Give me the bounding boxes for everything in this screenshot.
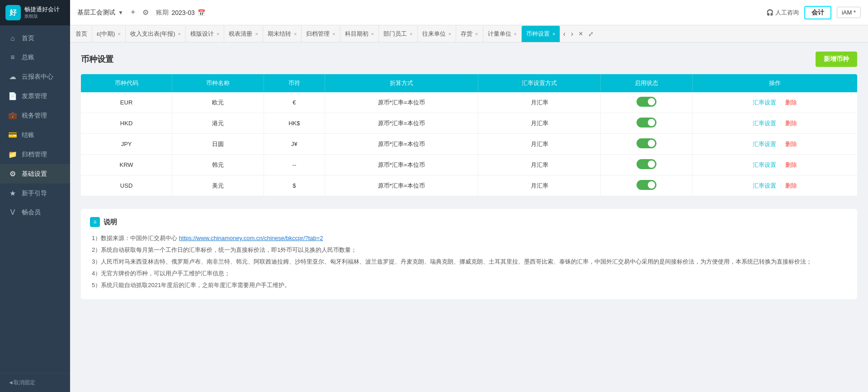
- company-dropdown-icon: ▼: [118, 9, 123, 16]
- add-button[interactable]: +: [129, 8, 137, 17]
- cell-code: EUR: [81, 92, 172, 113]
- tab-inventory-close[interactable]: ×: [475, 31, 478, 37]
- sidebar-item-invoice[interactable]: 📄 发票管理: [0, 86, 70, 106]
- cell-calc: 原币*汇率=本位币: [325, 155, 478, 175]
- delete-link[interactable]: 删除: [785, 120, 797, 127]
- delete-link[interactable]: 删除: [785, 161, 797, 168]
- col-rate-method: 汇率设置方式: [478, 74, 601, 92]
- cell-code: USD: [81, 175, 172, 196]
- tab-currency-label: 币种设置: [526, 30, 550, 38]
- tab-currency[interactable]: 币种设置 ×: [522, 26, 560, 42]
- rate-settings-link[interactable]: 汇率设置: [753, 182, 776, 189]
- toggle-enabled[interactable]: [637, 118, 656, 128]
- notes-title-text: 说明: [104, 218, 117, 227]
- cell-status: [601, 113, 693, 134]
- tab-archive[interactable]: 归档管理 ×: [302, 26, 340, 42]
- tab-unit-close[interactable]: ×: [514, 31, 517, 37]
- sidebar-item-home[interactable]: ⌂ 首页: [0, 29, 70, 48]
- sidebar-item-member[interactable]: V 畅会员: [0, 203, 70, 222]
- tab-client-close[interactable]: ×: [448, 31, 451, 37]
- pin-toggle-label: ◄取消固定: [8, 379, 35, 387]
- toggle-enabled[interactable]: [637, 159, 656, 169]
- tab-annual[interactable]: 收入支出表(年报) ×: [126, 26, 186, 42]
- table-row: USD 美元 $ 原币*汇率=本位币 月汇率 汇率设置 删除: [81, 175, 857, 196]
- tab-home[interactable]: 首页: [72, 26, 92, 42]
- tab-expand[interactable]: ⤢: [585, 26, 596, 42]
- sidebar-item-tax[interactable]: 💼 税务管理: [0, 106, 70, 125]
- tab-template[interactable]: 模版设计 ×: [186, 26, 224, 42]
- account-button[interactable]: 会计: [804, 6, 831, 19]
- tab-inventory[interactable]: 存货 ×: [456, 26, 483, 42]
- new-currency-button[interactable]: 新增币种: [816, 52, 857, 67]
- notes-link[interactable]: https://www.chinamoney.com.cn/chinese/bk…: [179, 235, 323, 241]
- rate-settings-link[interactable]: 汇率设置: [753, 99, 776, 106]
- tab-archive-close[interactable]: ×: [332, 31, 335, 37]
- notes-item: 3）人民币对马来西亚林吉特、俄罗斯卢布、南非兰特、韩元、阿联酋迪拉姆、沙特里亚尔…: [90, 256, 848, 268]
- cell-calc: 原币*汇率=本位币: [325, 92, 478, 113]
- sidebar-item-member-label: 畅会员: [22, 208, 41, 217]
- rate-settings-link[interactable]: 汇率设置: [753, 120, 776, 127]
- rate-settings-link[interactable]: 汇率设置: [753, 161, 776, 168]
- sidebar-nav: ⌂ 首页 ≡ 总账 ☁ 云报表中心 📄 发票管理 💼 税务管理 💳 结账 📁 归…: [0, 25, 70, 373]
- tab-currency-close[interactable]: ×: [552, 31, 555, 37]
- cell-name: 港元: [172, 113, 264, 134]
- sidebar-item-checkout-label: 结账: [22, 131, 34, 139]
- col-symbol: 币符: [264, 74, 325, 92]
- cell-status: [601, 134, 693, 155]
- tab-close-all[interactable]: ×: [576, 26, 585, 42]
- cell-rate-method: 月汇率: [478, 155, 601, 175]
- sidebar-item-cloud-label: 云报表中心: [22, 73, 53, 81]
- sidebar-item-archive[interactable]: 📁 归档管理: [0, 145, 70, 164]
- toggle-enabled[interactable]: [637, 180, 656, 190]
- tab-nav-next[interactable]: ›: [568, 26, 576, 42]
- sidebar-item-basic[interactable]: ⚙ 基础设置: [0, 164, 70, 184]
- logo-icon: 好: [5, 5, 21, 20]
- sidebar-item-checkout[interactable]: 💳 结账: [0, 125, 70, 145]
- tab-annual-close[interactable]: ×: [178, 31, 181, 37]
- logo-area: 好 畅捷通好会计 旗舰版: [0, 0, 70, 25]
- delete-link[interactable]: 删除: [785, 99, 797, 106]
- table-row: KRW 韩元 -- 原币*汇率=本位币 月汇率 汇率设置 删除: [81, 155, 857, 175]
- service-button[interactable]: 🎧 人工咨询: [766, 9, 799, 17]
- main-area: 基层工会测试 ▼ + ⚙ 账期 2023-03 📅 🎧 人工咨询 会计 iAM …: [70, 0, 868, 392]
- cell-code: KRW: [81, 155, 172, 175]
- notes-list: 1）数据来源：中国外汇交易中心 https://www.chinamoney.c…: [90, 232, 848, 291]
- rate-settings-link[interactable]: 汇率设置: [753, 141, 776, 147]
- cell-action: 汇率设置 删除: [693, 134, 857, 155]
- tab-period-end-close[interactable]: ×: [294, 31, 297, 37]
- sidebar-item-guide-label: 新手引导: [22, 189, 47, 198]
- tab-period-end[interactable]: 期末结转 ×: [263, 26, 302, 42]
- settings-icon[interactable]: ⚙: [142, 8, 149, 17]
- delete-link[interactable]: 删除: [785, 141, 797, 147]
- sidebar-item-guide[interactable]: ★ 新手引导: [0, 184, 70, 203]
- company-selector[interactable]: 基层工会测试 ▼: [77, 9, 123, 17]
- cell-symbol: J¥: [264, 134, 325, 155]
- tab-nav-prev[interactable]: ‹: [560, 26, 568, 42]
- tab-tax-table-close[interactable]: ×: [255, 31, 258, 37]
- sidebar-item-ledger[interactable]: ≡ 总账: [0, 48, 70, 67]
- tab-client[interactable]: 往来单位 ×: [418, 26, 456, 42]
- tab-archive-label: 归档管理: [306, 30, 330, 38]
- delete-link[interactable]: 删除: [785, 182, 797, 189]
- sidebar-pin-toggle[interactable]: ◄取消固定: [0, 373, 70, 392]
- tab-dept-staff-close[interactable]: ×: [410, 31, 412, 37]
- tab-subject-init-close[interactable]: ×: [371, 31, 374, 37]
- col-calc: 折算方式: [325, 74, 478, 92]
- toggle-enabled[interactable]: [637, 97, 656, 107]
- tab-tax-table[interactable]: 税表清册 ×: [224, 26, 263, 42]
- table-row: JPY 日圆 J¥ 原币*汇率=本位币 月汇率 汇率设置 删除: [81, 134, 857, 155]
- iam-tag[interactable]: iAM *: [837, 7, 861, 18]
- tab-midterm[interactable]: ε(中期) ×: [92, 26, 126, 42]
- tab-home-label: 首页: [75, 30, 87, 38]
- tab-midterm-close[interactable]: ×: [118, 31, 120, 37]
- sidebar-item-cloud[interactable]: ☁ 云报表中心: [0, 67, 70, 86]
- sidebar-item-ledger-label: 总账: [22, 53, 34, 61]
- tab-dept-staff[interactable]: 部门员工 ×: [379, 26, 417, 42]
- tab-subject-init[interactable]: 科目期初 ×: [340, 26, 379, 42]
- tab-template-close[interactable]: ×: [217, 31, 219, 37]
- toggle-enabled[interactable]: [637, 138, 656, 148]
- tab-unit[interactable]: 计量单位 ×: [483, 26, 522, 42]
- calendar-icon: 📅: [198, 9, 205, 16]
- cell-symbol: --: [264, 155, 325, 175]
- period-selector[interactable]: 账期 2023-03 📅: [156, 9, 205, 17]
